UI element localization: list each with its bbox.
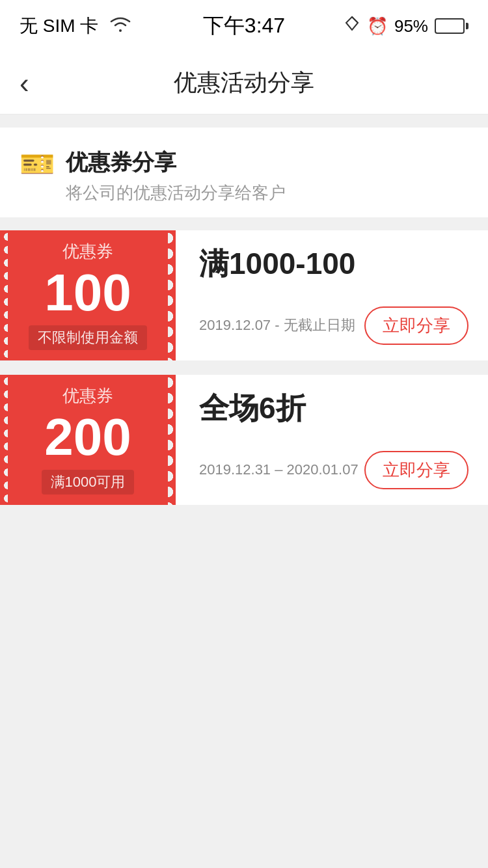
alarm-icon: ⏰ xyxy=(367,16,388,36)
carrier-text: 无 SIM 卡 xyxy=(20,14,98,38)
section-header: 🎫 优惠券分享 将公司的优惠活动分享给客户 xyxy=(0,128,488,217)
share-button-1[interactable]: 立即分享 xyxy=(364,451,468,489)
section-subtitle: 将公司的优惠活动分享给客户 xyxy=(66,181,286,204)
share-button-0[interactable]: 立即分享 xyxy=(364,306,468,345)
wifi-icon xyxy=(109,15,132,38)
coupon-label-1: 优惠券 xyxy=(62,385,113,407)
back-button[interactable]: ‹ xyxy=(20,69,29,98)
coupon-bottom-1: 2019.12.31 – 2020.01.07 立即分享 xyxy=(199,451,468,489)
coupon-amount-0: 100 xyxy=(44,267,131,319)
coupon-list: 优惠券 100 不限制使用金额 满1000-100 2019.12.07 - 无… xyxy=(0,230,488,506)
coupon-card: 优惠券 100 不限制使用金额 满1000-100 2019.12.07 - 无… xyxy=(0,230,488,360)
coupon-section-icon: 🎫 xyxy=(20,147,55,182)
coupon-right-0: 满1000-100 2019.12.07 - 无截止日期 立即分享 xyxy=(176,230,488,360)
coupon-left-1: 优惠券 200 满1000可用 xyxy=(0,375,176,505)
nav-title: 优惠活动分享 xyxy=(174,67,314,99)
section-text: 优惠券分享 将公司的优惠活动分享给客户 xyxy=(66,147,286,204)
nav-bar: ‹ 优惠活动分享 xyxy=(0,52,488,115)
status-time: 下午3:47 xyxy=(203,12,285,40)
coupon-amount-1: 200 xyxy=(44,411,131,463)
location-icon xyxy=(344,16,360,37)
battery-icon xyxy=(435,18,468,34)
coupon-label-0: 优惠券 xyxy=(62,240,113,263)
coupon-left-0: 优惠券 100 不限制使用金额 xyxy=(0,230,176,360)
status-bar: 无 SIM 卡 下午3:47 ⏰ 95% xyxy=(0,0,488,52)
coupon-name-1: 全场6折 xyxy=(199,390,468,426)
bottom-area xyxy=(0,506,488,832)
coupon-date-0: 2019.12.07 - 无截止日期 xyxy=(199,316,355,335)
coupon-name-0: 满1000-100 xyxy=(199,246,468,282)
coupon-right-1: 全场6折 2019.12.31 – 2020.01.07 立即分享 xyxy=(176,375,488,505)
coupon-bottom-0: 2019.12.07 - 无截止日期 立即分享 xyxy=(199,306,468,345)
coupon-date-1: 2019.12.31 – 2020.01.07 xyxy=(199,461,359,478)
status-right: ⏰ 95% xyxy=(344,16,468,37)
section-title: 优惠券分享 xyxy=(66,147,286,178)
coupon-card-1: 优惠券 200 满1000可用 全场6折 2019.12.31 – 2020.0… xyxy=(0,375,488,505)
battery-percent: 95% xyxy=(394,16,428,36)
coupon-desc-0: 不限制使用金额 xyxy=(29,325,147,350)
coupon-desc-1: 满1000可用 xyxy=(42,470,135,495)
status-left: 无 SIM 卡 xyxy=(20,14,132,38)
